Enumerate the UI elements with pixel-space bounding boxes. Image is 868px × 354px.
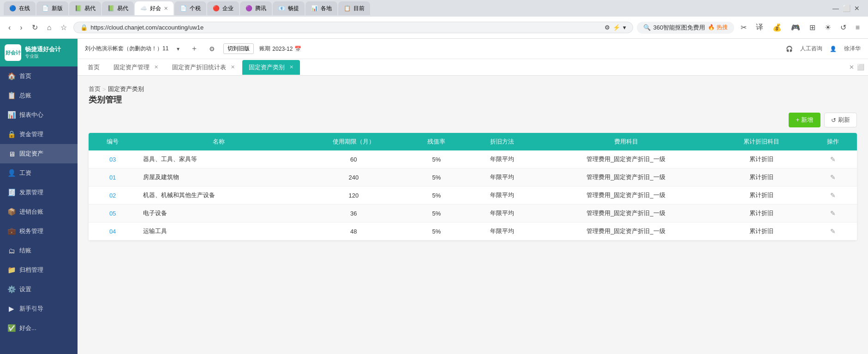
cell-method: 年限平均 — [467, 168, 538, 186]
game-button[interactable]: 🎮 — [788, 21, 803, 34]
tab-window-close-icon[interactable]: ✕ — [849, 64, 854, 71]
sidebar-item-invoice[interactable]: 🧾 发票管理 — [0, 183, 78, 202]
sidebar-item-archive[interactable]: 📁 归档管理 — [0, 260, 78, 280]
header-right: 🎧 人工咨询 👤 徐泽华 — [786, 45, 861, 53]
bookmark-button[interactable]: ☆ — [58, 21, 70, 34]
refresh-button[interactable]: ↺ 刷新 — [824, 113, 857, 127]
cell-id[interactable]: 03 — [89, 150, 137, 168]
home-icon: 🏠 — [7, 72, 16, 80]
tab-depreciation-label: 固定资产折旧统计表 — [172, 63, 226, 72]
browser-tab-7[interactable]: 🔴 企业 — [207, 1, 239, 15]
browser-tab-9[interactable]: 📧 畅提 — [273, 1, 305, 15]
sidebar-item-fund[interactable]: 🔒 资金管理 — [0, 125, 78, 144]
address-bar[interactable]: 🔒 https://cloud.chanjet.com/accounting/u… — [73, 22, 633, 33]
inventory-icon: 📦 — [7, 208, 16, 216]
cell-id[interactable]: 02 — [89, 186, 137, 204]
browser-tab-1[interactable]: 🔵 在线 — [4, 1, 36, 15]
edit-icon[interactable]: ✎ — [830, 210, 836, 217]
breadcrumb-category: 固定资产类别 — [108, 85, 144, 93]
switch-version-button[interactable]: 切到旧版 — [223, 43, 254, 54]
reload-button[interactable]: ↻ — [29, 21, 41, 34]
edit-icon[interactable]: ✎ — [830, 228, 836, 235]
sidebar-label-archive: 归档管理 — [19, 266, 43, 274]
ledger-icon: 📋 — [7, 91, 16, 100]
undo-button[interactable]: ↺ — [838, 21, 849, 34]
tab-close-asset-category[interactable]: ✕ — [289, 64, 293, 70]
sidebar-item-settings[interactable]: ⚙️ 设置 — [0, 280, 78, 299]
cell-action: ✎ — [809, 150, 857, 168]
cell-id[interactable]: 04 — [89, 222, 137, 240]
browser-tab-11[interactable]: 📋 目前 — [338, 1, 370, 15]
back-button[interactable]: ‹ — [6, 22, 13, 34]
tab-close-depreciation[interactable]: ✕ — [231, 64, 235, 70]
cell-expense: 管理费用_固定资产折旧_一级 — [538, 150, 714, 168]
cell-method: 年限平均 — [467, 204, 538, 222]
browser-tab-2[interactable]: 📄 新版 — [36, 1, 68, 15]
menu-button[interactable]: ≡ — [853, 22, 862, 34]
cell-accum: 累计折旧 — [714, 168, 809, 186]
add-button[interactable]: + 新增 — [789, 113, 820, 127]
browser-tab-5[interactable]: ☁️ 好会 ✕ — [135, 1, 174, 15]
minimize-icon[interactable]: — — [832, 5, 839, 12]
browser-tab-10[interactable]: 📊 各地 — [305, 1, 337, 15]
cell-action: ✎ — [809, 168, 857, 186]
col-header-accum: 累计折旧科目 — [714, 133, 809, 150]
tab-home[interactable]: 首页 — [81, 60, 106, 75]
translate-button[interactable]: 译 — [753, 21, 766, 34]
lightning-icon[interactable]: ⚡ — [613, 24, 620, 31]
search-text: 360智能抠图免费用 — [653, 24, 706, 32]
maximize-icon[interactable]: ⬜ — [843, 5, 850, 12]
browser-tab-3[interactable]: 📗 易代 — [69, 1, 101, 15]
breadcrumb-home[interactable]: 首页 — [89, 85, 101, 93]
address-text: https://cloud.chanjet.com/accounting/uw1… — [90, 24, 601, 31]
cell-months: 36 — [300, 204, 407, 222]
forward-button[interactable]: › — [17, 22, 25, 34]
sidebar-item-home[interactable]: 🏠 首页 — [0, 66, 78, 86]
sidebar-item-guide[interactable]: ▶ 新手引导 — [0, 299, 78, 318]
fund-icon: 🔒 — [7, 130, 16, 138]
sidebar-item-fixed-assets[interactable]: 🖥 固定资产 — [0, 144, 78, 163]
tab-label: 畅提 — [288, 5, 299, 12]
cut-button[interactable]: ✂ — [738, 21, 749, 34]
cell-rate: 5% — [407, 168, 466, 186]
calendar-icon[interactable]: 📅 — [294, 46, 301, 52]
tab-close-fixed-assets-mgmt[interactable]: ✕ — [154, 64, 158, 70]
sidebar-item-checkout[interactable]: 🗂 结账 — [0, 241, 78, 260]
sidebar-item-report[interactable]: 📊 报表中心 — [0, 105, 78, 125]
grid-button[interactable]: ⊞ — [807, 21, 818, 34]
cell-id[interactable]: 05 — [89, 204, 137, 222]
app-container: 好会计 畅捷通好会计 专业版 🏠 首页 📋 总账 📊 报表中心 🔒 资金管理 — [0, 39, 868, 354]
cell-id[interactable]: 01 — [89, 168, 137, 186]
brightness-button[interactable]: ☀ — [822, 21, 834, 34]
service-label[interactable]: 人工咨询 — [800, 45, 822, 53]
dropdown-icon[interactable]: ▾ — [623, 24, 626, 31]
settings-button[interactable]: ⚙ — [206, 43, 218, 54]
sidebar-item-payroll[interactable]: 👤 工资 — [0, 163, 78, 183]
tab-fixed-assets-mgmt[interactable]: 固定资产管理 ✕ — [107, 60, 165, 75]
tab-depreciation-table[interactable]: 固定资产折旧统计表 ✕ — [166, 60, 241, 75]
sidebar-item-ledger[interactable]: 📋 总账 — [0, 86, 78, 105]
sidebar-item-good[interactable]: ✅ 好会... — [0, 318, 78, 338]
edit-icon[interactable]: ✎ — [830, 192, 836, 199]
tab-close-icon[interactable]: ✕ — [164, 6, 168, 12]
tab-asset-category[interactable]: 固定资产类别 ✕ — [242, 60, 300, 75]
sidebar-item-tax[interactable]: 💼 税务管理 — [0, 222, 78, 241]
edit-icon[interactable]: ✎ — [830, 156, 836, 163]
close-icon[interactable]: ✕ — [854, 5, 860, 12]
browser-tab-6[interactable]: 📄 个税 — [174, 1, 206, 15]
wallet-button[interactable]: 💰 — [770, 21, 784, 34]
page-title: 类别管理 — [89, 94, 857, 105]
edit-icon[interactable]: ✎ — [830, 174, 836, 181]
tax-icon: 💼 — [7, 227, 16, 235]
site-info-icon[interactable]: ⚙ — [605, 24, 610, 31]
tab-favicon: 📄 — [42, 5, 49, 12]
tab-expand-icon[interactable]: ⬜ — [857, 64, 864, 71]
sidebar-item-inventory[interactable]: 📦 进销台账 — [0, 202, 78, 222]
home-button[interactable]: ⌂ — [44, 22, 54, 34]
username-label: 徐泽华 — [844, 45, 861, 53]
search-bar[interactable]: 🔍 360智能抠图免费用 🔥 热搜 — [637, 22, 734, 34]
user-dropdown-icon[interactable]: ▾ — [174, 44, 182, 54]
add-account-button[interactable]: ＋ — [188, 42, 201, 55]
browser-tab-4[interactable]: 📗 易代 — [102, 1, 134, 15]
browser-tab-8[interactable]: 🟣 腾讯 — [240, 1, 272, 15]
